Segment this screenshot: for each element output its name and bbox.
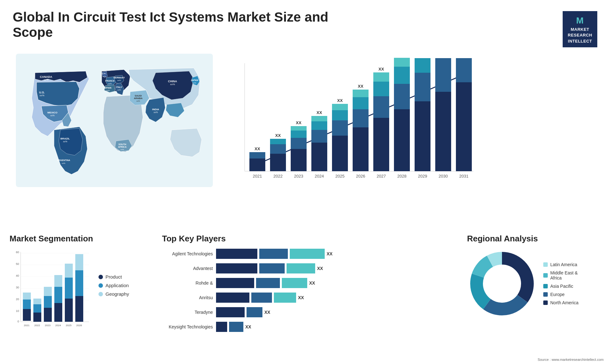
- svg-rect-52: [311, 143, 327, 171]
- bar-dark-agilent: [216, 249, 257, 259]
- player-xx-rohde: XX: [309, 280, 315, 286]
- bar-mid-keysight: [229, 322, 243, 332]
- world-map: CANADA xx% U.S. xx% MEXICO xx% BRAZIL xx…: [16, 54, 213, 187]
- svg-rect-131: [75, 270, 83, 296]
- player-bar-anritsu: XX: [216, 293, 448, 303]
- bar-mid-advantest: [259, 263, 285, 273]
- player-row-anritsu: Anritsu XX: [162, 293, 448, 303]
- svg-rect-120: [44, 287, 52, 296]
- svg-text:XX: XX: [399, 57, 405, 58]
- svg-text:SOUTH: SOUTH: [119, 143, 126, 145]
- svg-text:xx%: xx%: [117, 79, 121, 81]
- player-name-keysight: Keysight Technologies: [162, 324, 213, 329]
- svg-rect-60: [332, 110, 348, 120]
- svg-text:xx%: xx%: [153, 111, 158, 113]
- bar-light-rohde: [282, 278, 307, 288]
- player-xx-keysight: XX: [245, 324, 251, 329]
- svg-text:xx%: xx%: [170, 83, 175, 86]
- player-name-rohde: Rohde &: [162, 280, 213, 286]
- svg-rect-119: [44, 296, 52, 308]
- svg-rect-79: [394, 58, 410, 67]
- svg-rect-47: [291, 138, 307, 149]
- legend-application: Application: [98, 283, 129, 288]
- logo-box: M MARKET RESEARCH INTELLECT: [563, 11, 597, 47]
- svg-text:2031: 2031: [459, 174, 469, 179]
- svg-text:JAPAN: JAPAN: [191, 79, 198, 81]
- svg-rect-41: [270, 154, 286, 171]
- player-name-advantest: Advantest: [162, 266, 213, 271]
- svg-text:xx%: xx%: [62, 162, 65, 164]
- svg-rect-38: [249, 152, 265, 158]
- bar-mid-agilent: [259, 249, 288, 259]
- regional-dot-latin: [543, 262, 548, 267]
- regional-label-latin: Latin America: [550, 262, 577, 267]
- svg-text:ARGENTINA: ARGENTINA: [57, 159, 70, 161]
- bar-dark-teradyne: [216, 307, 245, 317]
- svg-text:2026: 2026: [76, 324, 82, 327]
- svg-text:60: 60: [16, 251, 19, 254]
- svg-text:40: 40: [16, 274, 19, 277]
- svg-text:XX: XX: [440, 57, 446, 58]
- svg-text:2022: 2022: [34, 324, 40, 327]
- regional-item-latin: Latin America: [543, 262, 579, 267]
- legend-geography: Geography: [98, 291, 129, 297]
- regional-title: Regional Analysis: [467, 234, 600, 244]
- svg-text:ARABIA: ARABIA: [134, 97, 142, 99]
- svg-text:xx%: xx%: [44, 78, 48, 81]
- svg-text:2021: 2021: [24, 324, 30, 327]
- svg-text:2025: 2025: [336, 174, 345, 179]
- bar-light-anritsu: [274, 293, 296, 303]
- svg-text:2022: 2022: [274, 174, 283, 179]
- svg-rect-91: [456, 82, 472, 171]
- svg-text:2023: 2023: [45, 324, 51, 327]
- svg-text:xx%: xx%: [136, 100, 140, 102]
- player-name-anritsu: Anritsu: [162, 295, 213, 300]
- legend-dot-geography: [98, 292, 103, 296]
- svg-text:GERMANY: GERMANY: [113, 77, 125, 79]
- svg-text:30: 30: [16, 286, 19, 289]
- svg-text:XX: XX: [254, 146, 260, 151]
- player-bar-advantest: XX: [216, 263, 448, 273]
- segmentation-bar-chart: 60 50 40 30 20 10 0 2021: [10, 249, 92, 338]
- svg-text:2024: 2024: [55, 324, 61, 327]
- bar-dark-anritsu: [216, 293, 249, 303]
- svg-text:U.K.: U.K.: [102, 72, 106, 75]
- legend-product: Product: [98, 274, 129, 280]
- svg-rect-71: [373, 96, 389, 118]
- regional-item-apac: Asia Pacific: [543, 284, 579, 289]
- bar-mid-anritsu: [251, 293, 272, 303]
- page-title: Global In Circuit Test Ict Systems Marke…: [13, 10, 362, 40]
- regional-item-na: North America: [543, 300, 579, 305]
- svg-rect-77: [394, 84, 410, 109]
- legend-dot-application: [98, 283, 103, 288]
- svg-text:50: 50: [16, 262, 19, 266]
- bar-mid-teradyne: [247, 307, 262, 317]
- svg-rect-126: [65, 299, 73, 322]
- player-bar-teradyne: XX: [216, 307, 448, 317]
- player-row-keysight: Keysight Technologies XX: [162, 322, 448, 332]
- players-chart: Agilent Technologies XX Advantest XX: [162, 249, 448, 332]
- svg-rect-92: [456, 58, 472, 82]
- svg-text:SPAIN: SPAIN: [105, 87, 112, 89]
- player-bar-rohde: XX: [216, 278, 448, 288]
- logo-area: M MARKET RESEARCH INTELLECT: [563, 11, 597, 47]
- svg-text:XX: XX: [275, 133, 281, 138]
- svg-text:xx%: xx%: [63, 140, 67, 143]
- bar-mid-rohde: [256, 278, 280, 288]
- player-bar-agilent: XX: [216, 249, 448, 259]
- key-players-title: Top Key Players: [162, 234, 448, 244]
- svg-rect-72: [373, 82, 389, 96]
- regional-dot-apac: [543, 284, 548, 288]
- growth-bar-chart: XX 2021 XX 2022 XX 2023 XX 2024: [232, 57, 480, 193]
- bar-chart-section: XX 2021 XX 2022 XX 2023 XX 2024: [219, 51, 600, 203]
- svg-rect-84: [415, 58, 430, 73]
- regional-dot-na: [543, 300, 548, 305]
- svg-text:10: 10: [16, 309, 19, 313]
- regional-chart-container: Latin America Middle East &Africa Asia P…: [467, 249, 600, 319]
- svg-text:2029: 2029: [418, 174, 427, 179]
- svg-rect-49: [291, 126, 307, 131]
- svg-rect-66: [353, 97, 369, 109]
- svg-rect-88: [435, 58, 451, 92]
- svg-text:2024: 2024: [315, 174, 324, 179]
- svg-text:AFRICA: AFRICA: [118, 146, 126, 148]
